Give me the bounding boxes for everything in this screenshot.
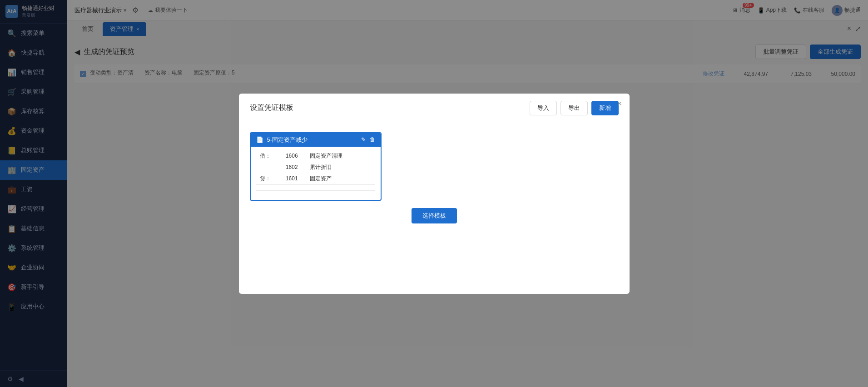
export-btn[interactable]: 导出	[560, 101, 588, 115]
entry-subject-1: 固定资产清理	[308, 150, 364, 162]
template-card-body: 借： 1606 固定资产清理 1602	[251, 147, 381, 200]
template-edit-icon[interactable]: ✎	[361, 136, 366, 143]
entry-row-3: 贷： 1601 固定资产	[256, 173, 375, 185]
template-header-title: 5-固定资产减少	[267, 136, 308, 144]
modal-body: 📄 5-固定资产减少 ✎ 🗑	[239, 121, 630, 294]
modal-action-btns: 导入 导出 新增	[530, 101, 619, 115]
empty-row-2	[256, 190, 375, 196]
main-area: 医疗器械行业演示 ▾ ⚙ ☁ 我要体验一下 🖥 消息 99+ 📱 App下载 📞…	[67, 0, 868, 387]
modal-close-btn[interactable]: ×	[617, 99, 622, 109]
template-delete-icon[interactable]: 🗑	[370, 136, 375, 143]
entry-subject-2: 累计折旧	[308, 162, 364, 173]
template-card-header: 📄 5-固定资产减少 ✎ 🗑	[251, 133, 381, 147]
template-doc-icon: 📄	[256, 136, 263, 143]
modal-title: 设置凭证模板	[250, 103, 293, 113]
entry-code-3: 1601	[284, 173, 308, 185]
entry-code-2: 1602	[284, 162, 308, 173]
entry-prefix-1: 借：	[256, 150, 284, 162]
set-template-modal: 设置凭证模板 导入 导出 新增 × 📄 5-固定资产减少	[239, 94, 630, 294]
entry-subject-3: 固定资产	[308, 173, 364, 185]
modal-overlay: 设置凭证模板 导入 导出 新增 × 📄 5-固定资产减少	[67, 37, 868, 387]
select-template-btn[interactable]: 选择模板	[412, 208, 457, 223]
entry-row-2: 1602 累计折旧	[256, 162, 375, 173]
entry-prefix-3: 贷：	[256, 173, 284, 185]
page-content: ◀ 生成的凭证预览 批量调整凭证 全部生成凭证 ✓ 变动类型：资产清 资产名称：…	[67, 37, 868, 387]
template-card: 📄 5-固定资产减少 ✎ 🗑	[250, 132, 382, 201]
new-template-btn[interactable]: 新增	[591, 101, 619, 115]
modal-header: 设置凭证模板 导入 导出 新增 ×	[239, 94, 630, 121]
template-card-actions: ✎ 🗑	[361, 136, 375, 143]
import-btn[interactable]: 导入	[530, 101, 557, 115]
entry-code-1: 1606	[284, 150, 308, 162]
entry-row-1: 借： 1606 固定资产清理	[256, 150, 375, 162]
empty-row-1	[256, 184, 375, 190]
